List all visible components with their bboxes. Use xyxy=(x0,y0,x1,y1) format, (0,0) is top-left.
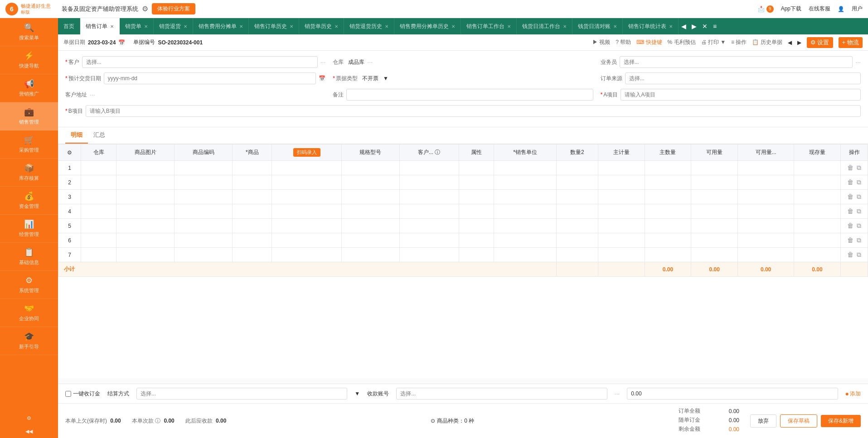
sidebar-item-inventory[interactable]: 📦 库存核算 xyxy=(0,159,58,187)
operation-btn[interactable]: ≡ 操作 xyxy=(731,39,747,46)
row-product[interactable] xyxy=(233,175,272,190)
tab-menu-button[interactable]: ≡ xyxy=(710,18,719,34)
tab-close-icon[interactable]: ✕ xyxy=(563,24,567,29)
col-settings[interactable]: ⚙ xyxy=(58,144,81,161)
tab-slip-history[interactable]: 销货单历史 ✕ xyxy=(299,18,344,34)
row-delete-button[interactable]: 🗑 xyxy=(846,163,854,172)
sidebar-item-enterprise[interactable]: 🤝 企业协同 xyxy=(0,299,58,327)
tab-close-icon[interactable]: ✕ xyxy=(613,24,617,29)
nav-prev-icon[interactable]: ◀ xyxy=(788,39,792,46)
tab-close-icon[interactable]: ✕ xyxy=(239,24,243,29)
history-btn[interactable]: 📋 历史单据 xyxy=(752,39,782,46)
row-warehouse[interactable] xyxy=(81,161,116,175)
row-copy-button[interactable]: ⧉ xyxy=(856,192,862,202)
row-delete-button[interactable]: 🗑 xyxy=(846,178,854,187)
calendar-icon[interactable]: 📅 xyxy=(118,39,125,46)
sidebar-item-search[interactable]: 🔍 搜索菜单 xyxy=(0,18,58,46)
sidebar-item-sales[interactable]: 💼 销售管理 xyxy=(0,102,58,130)
settings-button[interactable]: ⚙ 设置 xyxy=(807,37,833,48)
row-copy-button[interactable]: ⧉ xyxy=(856,250,862,260)
row-warehouse[interactable] xyxy=(81,175,116,190)
sidebar-item-marketing[interactable]: 📢 营销推广 xyxy=(0,74,58,102)
app-download[interactable]: App下载 xyxy=(781,5,801,13)
bank-input[interactable] xyxy=(396,388,607,399)
order-source-input[interactable] xyxy=(625,72,861,84)
industry-button[interactable]: 体验行业方案 xyxy=(152,3,195,14)
add-product-button[interactable]: + 物流 xyxy=(839,37,863,48)
tab-sales-order[interactable]: 销售订单 ✕ xyxy=(80,18,120,34)
tab-close-icon[interactable]: ✕ xyxy=(385,24,388,29)
profit-btn[interactable]: % 毛利预估 xyxy=(668,39,696,46)
row-customer-code[interactable] xyxy=(399,161,459,175)
row-code[interactable] xyxy=(175,175,233,190)
help-btn[interactable]: ? 帮助 xyxy=(616,39,631,46)
salesperson-dots[interactable]: ··· xyxy=(855,58,861,66)
amount-input[interactable] xyxy=(627,388,838,399)
add-button[interactable]: ● 添加 xyxy=(845,390,861,398)
username[interactable]: 用户 xyxy=(852,5,863,13)
tab-expense-history[interactable]: 销售费用分摊单历史 ✕ xyxy=(394,18,461,34)
payment-dropdown-icon[interactable]: ▼ xyxy=(354,390,360,397)
row-copy-button[interactable]: ⧉ xyxy=(856,163,862,173)
row-delete-button[interactable]: 🗑 xyxy=(846,250,854,259)
tab-return-history[interactable]: 销货退货历史 ✕ xyxy=(344,18,394,34)
notification-area[interactable]: 📩 9 xyxy=(758,5,773,13)
tab-close-icon[interactable]: ✕ xyxy=(451,24,455,29)
note-input[interactable] xyxy=(346,89,593,101)
tab-expense-split[interactable]: 销售费用分摊单 ✕ xyxy=(193,18,249,34)
sidebar-item-guide[interactable]: 🎓 新手引导 xyxy=(0,327,58,355)
row-product[interactable] xyxy=(233,161,272,175)
sidebar-settings[interactable]: ⚙ xyxy=(0,412,58,425)
sidebar-collapse[interactable]: ◀◀ xyxy=(0,425,58,438)
tab-home[interactable]: 首页 xyxy=(58,18,80,34)
payment-input[interactable] xyxy=(136,388,347,399)
tab-daily-workbench[interactable]: 钱货日清工作台 ✕ xyxy=(517,18,572,34)
tab-sales-slip[interactable]: 销货单 ✕ xyxy=(120,18,154,34)
sidebar-item-finance[interactable]: 💰 资金管理 xyxy=(0,187,58,215)
customer-dots[interactable]: ··· xyxy=(320,58,326,66)
row-delete-button[interactable]: 🗑 xyxy=(846,221,854,230)
scan-button[interactable]: 扫码录入 xyxy=(293,148,320,157)
tab-order-history[interactable]: 销售订单历史 ✕ xyxy=(249,18,299,34)
expected-date-calendar-icon[interactable]: 📅 xyxy=(319,75,325,82)
warehouse-dots[interactable]: ··· xyxy=(367,58,373,66)
row-attribute[interactable] xyxy=(459,161,494,175)
shortcut-btn[interactable]: ⌨ 快捷键 xyxy=(636,39,662,46)
invoice-dropdown-icon[interactable]: ▼ xyxy=(383,75,388,82)
save-draft-button[interactable]: 保存草稿 xyxy=(780,414,817,428)
tab-detail[interactable]: 明细 xyxy=(65,127,88,144)
bank-dots[interactable]: ··· xyxy=(615,390,620,397)
row-delete-button[interactable]: 🗑 xyxy=(846,207,854,216)
tab-close-icon[interactable]: ✕ xyxy=(669,24,673,29)
sidebar-item-shortcut[interactable]: ⚡ 快捷导航 xyxy=(0,46,58,74)
tab-close-icon[interactable]: ✕ xyxy=(335,24,338,29)
tab-order-stats[interactable]: 销售订单统计表 ✕ xyxy=(623,18,679,34)
salesperson-input[interactable] xyxy=(620,56,853,68)
video-btn[interactable]: ▶ 视频 xyxy=(592,39,610,46)
sidebar-item-purchase[interactable]: 🛒 采购管理 xyxy=(0,130,58,159)
tab-close-icon[interactable]: ✕ xyxy=(184,24,187,29)
one-click-checkbox[interactable] xyxy=(65,391,71,397)
gear-button[interactable]: ⚙ xyxy=(142,5,148,13)
row-copy-button[interactable]: ⧉ xyxy=(856,178,862,187)
row-delete-button[interactable]: 🗑 xyxy=(846,192,854,201)
nav-next-icon[interactable]: ▶ xyxy=(797,39,801,46)
address-dots[interactable]: ··· xyxy=(90,91,95,98)
print-btn[interactable]: 🖨 打印 ▼ xyxy=(701,39,726,46)
customer-input[interactable] xyxy=(82,56,318,68)
a-project-input[interactable] xyxy=(621,89,861,101)
goods-count-icon[interactable]: ⊙ xyxy=(431,418,435,424)
discard-button[interactable]: 放弃 xyxy=(750,414,776,428)
row-unit[interactable] xyxy=(494,161,557,175)
tab-next-button[interactable]: ▶ xyxy=(689,18,699,34)
tab-prev-button[interactable]: ◀ xyxy=(679,18,689,34)
one-click-checkbox-label[interactable]: 一键收订金 xyxy=(65,390,100,398)
save-new-button[interactable]: 保存&新增 xyxy=(821,415,861,427)
row-main-qty[interactable] xyxy=(645,161,691,175)
sidebar-item-system[interactable]: ⚙ 系统管理 xyxy=(0,271,58,299)
b-project-input[interactable] xyxy=(86,105,861,117)
horizontal-scrollbar[interactable] xyxy=(58,378,868,384)
row-spec[interactable] xyxy=(341,161,399,175)
row-delete-button[interactable]: 🗑 xyxy=(846,236,854,245)
tab-sales-return[interactable]: 销货退货 ✕ xyxy=(154,18,193,34)
